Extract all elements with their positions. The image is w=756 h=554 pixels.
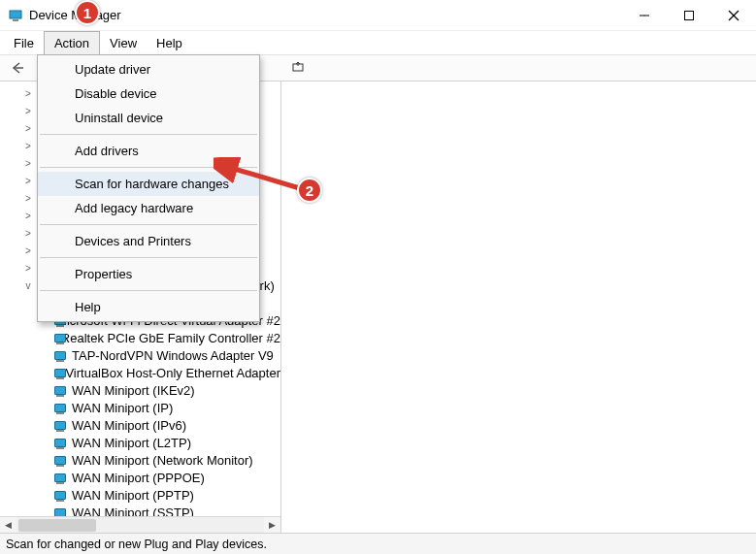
chevron-right-icon[interactable]: >: [21, 103, 35, 120]
network-adapter-icon: [52, 454, 68, 468]
device-item[interactable]: VirtualBox Host-Only Ethernet Adapter: [4, 365, 280, 382]
device-item[interactable]: Realtek PCIe GbE Family Controller #2: [4, 330, 280, 347]
detail-pane: [281, 81, 756, 533]
chevron-right-icon[interactable]: >: [21, 243, 35, 260]
scroll-left-arrow[interactable]: ◀: [0, 517, 16, 533]
device-item[interactable]: TAP-NordVPN Windows Adapter V9: [4, 347, 280, 365]
menu-add-legacy[interactable]: Add legacy hardware: [38, 196, 259, 220]
scan-hardware-icon[interactable]: [286, 57, 310, 79]
device-label: TAP-NordVPN Windows Adapter V9: [72, 347, 274, 365]
device-label: WAN Miniport (PPTP): [72, 487, 194, 505]
chevron-right-icon[interactable]: >: [21, 120, 35, 138]
device-label: VirtualBox Host-Only Ethernet Adapter: [65, 365, 280, 382]
device-label: WAN Miniport (L2TP): [72, 435, 191, 452]
separator: [40, 224, 257, 225]
menu-uninstall-device[interactable]: Uninstall device: [38, 106, 259, 130]
network-adapter-icon: [52, 349, 68, 363]
menu-disable-device[interactable]: Disable device: [38, 81, 259, 106]
app-icon: [8, 8, 23, 23]
network-adapter-icon: [52, 332, 57, 345]
menubar: File Action View Help: [0, 31, 756, 54]
device-label: WAN Miniport (IP): [72, 400, 173, 417]
network-adapter-icon: [52, 367, 61, 380]
network-adapter-icon: [52, 489, 68, 503]
menu-file[interactable]: File: [4, 31, 44, 54]
close-button[interactable]: [711, 0, 756, 30]
minimize-button[interactable]: [622, 0, 667, 30]
device-item[interactable]: WAN Miniport (L2TP): [4, 435, 280, 452]
menu-add-drivers[interactable]: Add drivers: [38, 139, 259, 163]
device-label: WAN Miniport (PPPOE): [72, 470, 205, 487]
device-item[interactable]: WAN Miniport (IP): [4, 400, 280, 417]
annotation-badge-1: 1: [75, 0, 100, 25]
scroll-thumb[interactable]: [18, 519, 96, 532]
device-label: WAN Miniport (IPv6): [72, 417, 186, 435]
chevron-right-icon[interactable]: >: [21, 225, 35, 243]
network-adapter-icon: [52, 402, 68, 415]
device-item[interactable]: WAN Miniport (IPv6): [4, 417, 280, 435]
separator: [40, 134, 257, 135]
menu-view[interactable]: View: [100, 31, 147, 54]
action-dropdown: Update driver Disable device Uninstall d…: [37, 54, 260, 322]
back-button[interactable]: [6, 57, 29, 79]
network-adapter-icon: [52, 472, 68, 485]
menu-devices-printers[interactable]: Devices and Printers: [38, 229, 259, 253]
chevron-right-icon[interactable]: >: [21, 190, 35, 208]
svg-rect-3: [685, 11, 694, 19]
menu-scan-hardware[interactable]: Scan for hardware changes: [38, 172, 259, 196]
menu-properties[interactable]: Properties: [38, 262, 259, 286]
separator: [40, 257, 257, 258]
scroll-right-arrow[interactable]: ▶: [264, 517, 280, 533]
chevron-down-icon[interactable]: v: [21, 277, 35, 295]
statusbar: Scan for changed or new Plug and Play de…: [0, 533, 756, 554]
status-text: Scan for changed or new Plug and Play de…: [6, 538, 267, 551]
menu-action[interactable]: Action: [44, 31, 100, 54]
svg-rect-1: [13, 19, 18, 21]
maximize-button[interactable]: [667, 0, 711, 30]
network-adapter-icon: [52, 419, 68, 433]
separator: [40, 290, 257, 291]
chevron-right-icon[interactable]: >: [21, 208, 35, 225]
horizontal-scrollbar[interactable]: ◀ ▶: [0, 516, 280, 533]
annotation-badge-2: 2: [297, 178, 322, 203]
chevron-right-icon[interactable]: >: [21, 85, 35, 103]
chevron-right-icon[interactable]: >: [21, 173, 35, 190]
network-adapter-icon: [52, 384, 68, 398]
chevron-right-icon[interactable]: >: [21, 155, 35, 173]
svg-rect-0: [10, 11, 21, 18]
titlebar[interactable]: Device Manager: [0, 0, 756, 31]
device-item[interactable]: WAN Miniport (IKEv2): [4, 382, 280, 400]
device-label: Realtek PCIe GbE Family Controller #2: [61, 330, 280, 347]
separator: [40, 167, 257, 168]
menu-help[interactable]: Help: [147, 31, 192, 54]
device-label: WAN Miniport (Network Monitor): [72, 452, 253, 470]
device-label: WAN Miniport (IKEv2): [72, 382, 195, 400]
network-adapter-icon: [52, 437, 68, 450]
menu-help-item[interactable]: Help: [38, 295, 259, 319]
menu-update-driver[interactable]: Update driver: [38, 57, 259, 81]
chevron-right-icon[interactable]: >: [21, 260, 35, 277]
device-item[interactable]: WAN Miniport (PPTP): [4, 487, 280, 505]
device-item[interactable]: WAN Miniport (PPPOE): [4, 470, 280, 487]
device-item[interactable]: WAN Miniport (Network Monitor): [4, 452, 280, 470]
chevron-right-icon[interactable]: >: [21, 138, 35, 155]
